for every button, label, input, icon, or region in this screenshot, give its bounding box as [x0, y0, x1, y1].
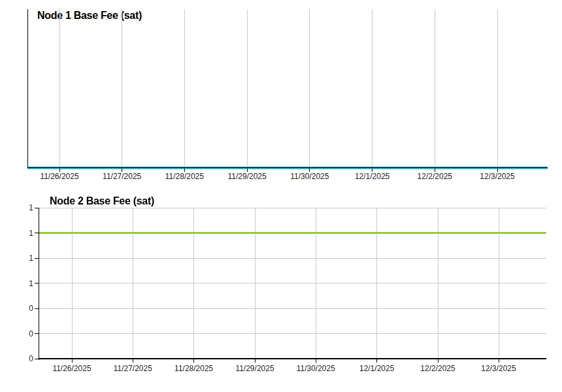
y-tick-label: 0 [22, 354, 33, 363]
y-tick-label: 1 [22, 279, 33, 288]
x-axis-line [39, 358, 547, 359]
y-tick [35, 308, 39, 309]
y-tick-label: 1 [22, 229, 33, 238]
chart-node2-base-fee: Node 2 Base Fee (sat) 11/26/202511/27/20… [0, 189, 562, 392]
y-tick-label: 1 [22, 253, 33, 263]
y-tick-label: 0 [22, 304, 33, 313]
y-gridline [39, 258, 546, 259]
y-tick-label: 0 [22, 329, 33, 338]
x-tick-label: 11/28/2025 [166, 364, 222, 373]
y-tick [35, 233, 39, 233]
y-tick [35, 258, 39, 259]
x-tick [316, 359, 316, 363]
x-tick-label: 12/1/2025 [349, 364, 405, 373]
x-tick [376, 359, 377, 363]
dashboard-charts-page: { "colors": { "axis": "#000000", "grid":… [0, 0, 562, 392]
plot-area-node2: 11/26/202511/27/202511/28/202511/29/2025… [0, 0, 562, 392]
x-tick-label: 11/26/2025 [44, 364, 100, 373]
y-tick [35, 359, 39, 359]
x-tick-label: 12/3/2025 [471, 364, 527, 373]
y-gridline [39, 208, 546, 208]
y-tick [35, 208, 39, 208]
x-tick-label: 11/27/2025 [105, 364, 161, 373]
x-tick [438, 359, 438, 363]
x-tick [499, 359, 499, 363]
y-axis-line [39, 208, 40, 360]
x-tick-label: 11/30/2025 [288, 364, 344, 373]
x-tick-label: 11/29/2025 [227, 364, 283, 373]
y-gridline [39, 283, 546, 284]
x-tick [133, 359, 133, 363]
y-gridline [39, 333, 546, 334]
y-tick-label: 1 [22, 203, 33, 212]
x-tick [72, 359, 73, 363]
series-line [39, 232, 546, 234]
y-gridline [39, 308, 546, 309]
x-tick [255, 359, 256, 363]
x-tick-label: 12/2/2025 [410, 364, 466, 373]
x-tick [193, 359, 194, 363]
y-tick [35, 333, 39, 334]
y-tick [35, 283, 39, 284]
